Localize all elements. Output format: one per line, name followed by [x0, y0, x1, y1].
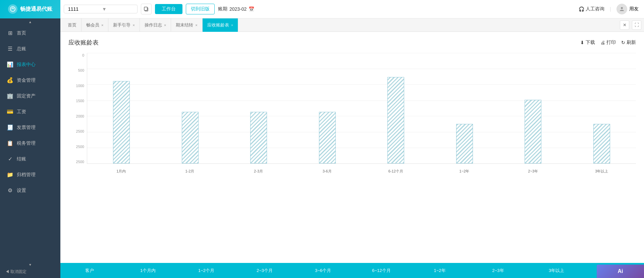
- sidebar-item-finance[interactable]: 💰资金管理: [0, 72, 60, 88]
- table-col-m23: 2~3个月: [235, 268, 294, 274]
- sidebar-item-reports[interactable]: 📊报表中心: [0, 57, 60, 72]
- tab-home[interactable]: 首页: [63, 18, 82, 32]
- top-header: 畅捷通易代账 1111 ▼ 工作台 切到旧版 账期 2023-02 📅 🎧 人工…: [0, 0, 644, 18]
- sidebar-label-invoice: 发票管理: [17, 125, 36, 131]
- table-col-m12: 1~2个月: [177, 268, 235, 274]
- home-icon: ⊞: [7, 30, 13, 36]
- table-col-m1: 1个月内: [119, 268, 177, 274]
- tab-close-oplog[interactable]: ×: [164, 23, 166, 27]
- download-button[interactable]: ⬇ 下载: [580, 40, 595, 46]
- tab-label-guide: 新手引导: [113, 22, 130, 28]
- sidebar-item-payroll[interactable]: 💳工资: [0, 104, 60, 120]
- bar-4: [387, 77, 404, 163]
- sidebar-label-settle: 结账: [17, 156, 26, 162]
- bar-group-5: [430, 53, 499, 163]
- chart-plot: [87, 53, 636, 164]
- tab-yearend[interactable]: 期末结转×: [171, 18, 202, 32]
- chart-container: 2500250025002000150010005000 1月内1-2月2-3月…: [68, 53, 636, 174]
- y-axis-label: 1500: [76, 99, 84, 103]
- refresh-button[interactable]: ↻ 刷新: [621, 40, 636, 46]
- sidebar: ▲ ⊞首页☰总账📊报表中心💰资金管理🏢固定资产💳工资🧾发票管理📋税务管理✓结账📁…: [0, 18, 60, 278]
- ai-badge[interactable]: Ai: [597, 265, 644, 278]
- sidebar-item-settings[interactable]: ⚙设置: [0, 183, 60, 198]
- tab-close-member[interactable]: ×: [101, 23, 103, 27]
- ledger-icon: ☰: [7, 46, 13, 52]
- workbench-button[interactable]: 工作台: [155, 4, 182, 14]
- invoice-icon: 🧾: [7, 124, 13, 131]
- tab-aging[interactable]: 应收账龄表×: [203, 18, 238, 32]
- bar-1: [182, 112, 199, 163]
- table-col-y23: 2~3年: [469, 268, 527, 274]
- bar-7: [593, 124, 610, 163]
- assets-icon: 🏢: [7, 93, 13, 99]
- svg-rect-2: [144, 7, 147, 10]
- sidebar-label-archive: 归档管理: [17, 172, 36, 178]
- sidebar-item-invoice[interactable]: 🧾发票管理: [0, 120, 60, 135]
- content-area: 首页畅会员×新手引导×操作日志×期末结转×应收账龄表× ✕ ⛶ 应收账龄表 ⬇ …: [60, 18, 644, 278]
- x-label-7: 3年以上: [567, 169, 636, 174]
- settle-icon: ✓: [7, 156, 13, 162]
- bar-group-3: [293, 53, 362, 163]
- company-name: 1111: [68, 6, 99, 12]
- bar-group-2: [224, 53, 293, 163]
- tab-close-button[interactable]: ✕: [620, 20, 629, 30]
- period-info: 账期 2023-02 📅: [218, 6, 254, 12]
- x-label-6: 2~3年: [499, 169, 568, 174]
- sidebar-item-tax[interactable]: 📋税务管理: [0, 135, 60, 151]
- finance-icon: 💰: [7, 77, 13, 83]
- copy-button[interactable]: [141, 4, 152, 14]
- sidebar-items: ⊞首页☰总账📊报表中心💰资金管理🏢固定资产💳工资🧾发票管理📋税务管理✓结账📁归档…: [0, 18, 60, 198]
- username: 用友: [629, 6, 639, 12]
- sidebar-scroll-up[interactable]: ▲: [0, 18, 60, 25]
- page-header: 应收账龄表 ⬇ 下载 🖨 打印 ↻ 刷新: [68, 39, 636, 47]
- consult-button[interactable]: 🎧 人工咨询: [579, 6, 604, 12]
- tab-guide[interactable]: 新手引导×: [108, 18, 140, 32]
- period-value: 2023-02: [229, 6, 247, 12]
- download-icon: ⬇: [580, 40, 584, 45]
- bar-6: [525, 100, 541, 163]
- sidebar-item-settle[interactable]: ✓结账: [0, 151, 60, 167]
- sidebar-label-tax: 税务管理: [17, 140, 36, 146]
- logo-icon: [8, 4, 17, 14]
- tab-oplog[interactable]: 操作日志×: [140, 18, 171, 32]
- tab-member[interactable]: 畅会员×: [82, 18, 108, 32]
- company-selector[interactable]: 1111 ▼: [64, 5, 138, 13]
- x-label-2: 2-3月: [224, 169, 293, 174]
- print-button[interactable]: 🖨 打印: [600, 40, 616, 46]
- settings-icon: ⚙: [7, 187, 13, 194]
- sidebar-item-assets[interactable]: 🏢固定资产: [0, 88, 60, 104]
- y-axis-label: 0: [82, 53, 84, 57]
- sidebar-label-payroll: 工资: [17, 109, 26, 115]
- user-area[interactable]: 用友: [616, 4, 639, 14]
- sidebar-label-reports: 报表中心: [17, 62, 36, 68]
- sidebar-item-home[interactable]: ⊞首页: [0, 25, 60, 41]
- tab-close-yearend[interactable]: ×: [195, 23, 197, 27]
- tab-items: 首页畅会员×新手引导×操作日志×期末结转×应收账龄表×: [63, 18, 238, 31]
- tab-close-guide[interactable]: ×: [132, 23, 135, 27]
- tab-label-oplog: 操作日志: [145, 22, 162, 28]
- app-name: 畅捷通易代账: [20, 6, 52, 13]
- app-logo: 畅捷通易代账: [0, 0, 60, 18]
- tab-expand-button[interactable]: ⛶: [632, 20, 641, 30]
- sidebar-item-ledger[interactable]: ☰总账: [0, 41, 60, 57]
- cancel-fixed-button[interactable]: ◀ 取消固定: [0, 266, 60, 278]
- y-axis-label: 2000: [76, 114, 84, 118]
- switch-version-button[interactable]: 切到旧版: [186, 4, 215, 14]
- sidebar-item-archive[interactable]: 📁归档管理: [0, 167, 60, 183]
- refresh-label: 刷新: [627, 40, 636, 46]
- table-col-m612: 6~12个月: [352, 268, 411, 274]
- download-label: 下载: [586, 40, 595, 46]
- dropdown-arrow-icon: ▼: [102, 6, 133, 12]
- calendar-icon[interactable]: 📅: [249, 6, 254, 12]
- archive-icon: 📁: [7, 171, 13, 178]
- period-label: 账期: [218, 6, 227, 12]
- tab-close-aging[interactable]: ×: [231, 23, 233, 27]
- sidebar-label-ledger: 总账: [17, 46, 26, 52]
- x-label-4: 6-12个月: [362, 169, 430, 174]
- y-axis-label: 500: [78, 68, 84, 72]
- table-col-m36: 3~6个月: [294, 268, 352, 274]
- bar-5: [456, 124, 473, 163]
- table-col-y3p: 3年以上: [527, 268, 586, 274]
- tab-label-yearend: 期末结转: [176, 22, 193, 28]
- table-header-bar: 客户1个月内1~2个月2~3个月3~6个月6~12个月1~2年2~3年3年以上合…: [60, 263, 644, 278]
